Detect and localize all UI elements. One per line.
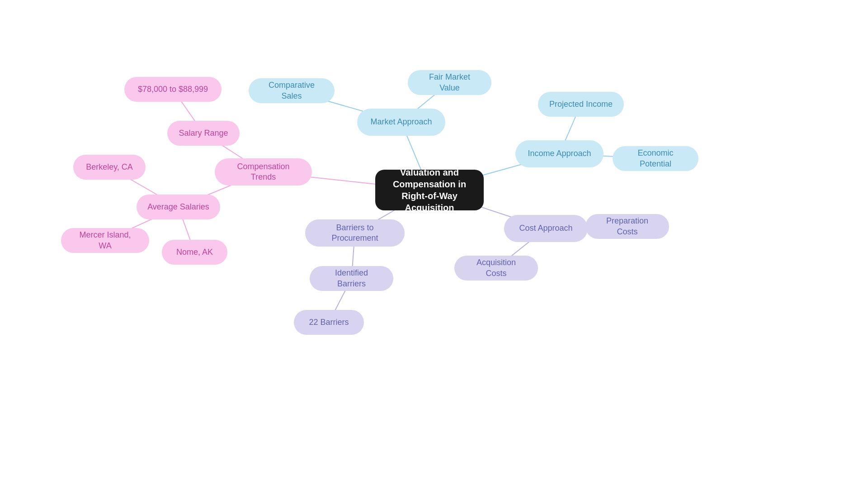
node-identified-barriers[interactable]: Identified Barriers: [310, 266, 393, 291]
node-projected-income[interactable]: Projected Income: [538, 92, 624, 117]
node-market-approach[interactable]: Market Approach: [357, 109, 445, 136]
node-nome-ak[interactable]: Nome, AK: [162, 240, 227, 265]
node-acquisition-costs[interactable]: Acquisition Costs: [454, 256, 538, 281]
node-economic-potential[interactable]: Economic Potential: [613, 146, 698, 171]
node-preparation-costs[interactable]: Preparation Costs: [585, 214, 669, 239]
node-barriers-to-procurement[interactable]: Barriers to Procurement: [305, 219, 405, 247]
node-average-salaries[interactable]: Average Salaries: [137, 195, 220, 219]
node-comparative-sales[interactable]: Comparative Sales: [249, 78, 335, 103]
node-fair-market-value[interactable]: Fair Market Value: [408, 70, 491, 95]
node-22-barriers[interactable]: 22 Barriers: [294, 310, 364, 335]
node-compensation-trends[interactable]: Compensation Trends: [215, 158, 312, 186]
node-salary-range[interactable]: Salary Range: [167, 121, 240, 146]
node-center[interactable]: Valuation and Compensation in Right-of-W…: [375, 170, 484, 210]
node-income-approach[interactable]: Income Approach: [515, 140, 604, 167]
node-cost-approach[interactable]: Cost Approach: [504, 215, 588, 242]
node-mercer-island[interactable]: Mercer Island, WA: [61, 228, 149, 253]
node-salary-value[interactable]: $78,000 to $88,999: [124, 77, 222, 102]
mind-map: Valuation and Compensation in Right-of-W…: [0, 0, 868, 490]
node-berkeley-ca[interactable]: Berkeley, CA: [73, 155, 146, 180]
